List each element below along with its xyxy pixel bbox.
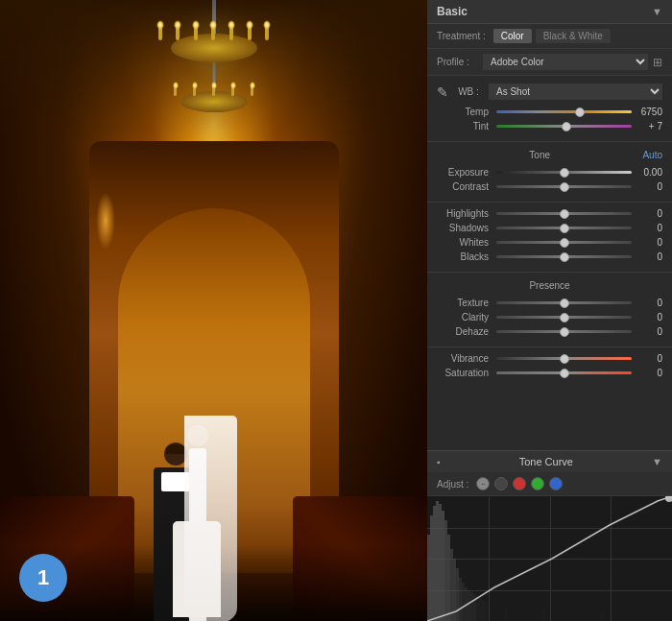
wb-select[interactable]: As Shot Auto Daylight Cloudy Custom: [489, 84, 662, 100]
vibrance-saturation-sliders: Vibrance 0 Saturation 0: [427, 350, 672, 385]
blacks-row: Blacks 0: [437, 251, 662, 262]
svg-rect-24: [658, 613, 660, 621]
tc-channel-buttons: ~: [476, 477, 563, 490]
exposure-row: Exposure 0.00: [437, 167, 662, 178]
svg-rect-22: [542, 609, 545, 621]
contrast-label: Contrast: [437, 181, 496, 192]
svg-rect-11: [459, 578, 462, 621]
panel-collapse-arrow[interactable]: ▼: [652, 6, 662, 17]
profile-select[interactable]: Adobe Color Adobe Landscape Adobe Portra…: [483, 54, 648, 70]
shadows-slider[interactable]: [496, 227, 632, 229]
vibrance-thumb[interactable]: [560, 354, 569, 364]
blacks-slider[interactable]: [496, 255, 632, 258]
divider-1: [427, 141, 672, 142]
photo-panel: 1: [0, 0, 427, 621]
temp-label: Temp: [437, 107, 496, 117]
treatment-label: Treatment :: [437, 31, 486, 41]
texture-value: 0: [632, 298, 662, 308]
vibrance-label: Vibrance: [437, 353, 496, 364]
contrast-thumb[interactable]: [560, 182, 569, 192]
svg-point-25: [665, 496, 672, 502]
temp-thumb[interactable]: [575, 107, 585, 117]
tone-curve-graph: [427, 496, 672, 621]
wb-label: WB :: [454, 86, 483, 97]
svg-rect-0: [427, 535, 430, 621]
exposure-thumb[interactable]: [560, 168, 569, 178]
exposure-slider[interactable]: [496, 171, 632, 174]
tone-curve-title: Tone Curve: [441, 456, 653, 467]
color-treatment-button[interactable]: Color: [493, 29, 532, 43]
dehaze-thumb[interactable]: [560, 327, 569, 337]
texture-label: Texture: [437, 298, 496, 308]
contrast-slider[interactable]: [496, 185, 632, 188]
wb-row: ✎ WB : As Shot Auto Daylight Cloudy Cust…: [427, 80, 672, 104]
whites-slider[interactable]: [496, 241, 632, 244]
saturation-thumb[interactable]: [560, 369, 569, 378]
vibrance-slider[interactable]: [496, 357, 632, 360]
side-light: [96, 192, 115, 250]
divider-3: [427, 272, 672, 273]
dehaze-slider[interactable]: [496, 330, 632, 333]
clarity-row: Clarity 0: [437, 312, 662, 322]
clarity-label: Clarity: [437, 312, 496, 322]
eyedropper-icon[interactable]: ✎: [437, 84, 448, 100]
clarity-value: 0: [632, 312, 662, 322]
tc-curve-btn[interactable]: ~: [476, 477, 490, 490]
svg-rect-3: [436, 501, 439, 621]
tone-curve-section: ▪ Tone Curve ▼ Adjust : ~: [427, 450, 672, 621]
texture-thumb[interactable]: [560, 299, 569, 308]
temp-slider[interactable]: [496, 110, 632, 113]
histogram-svg: [427, 496, 672, 621]
exposure-label: Exposure: [437, 167, 496, 178]
tint-thumb[interactable]: [562, 122, 571, 131]
tone-curve-arrow[interactable]: ▼: [652, 456, 662, 467]
presence-title: Presence: [437, 280, 662, 291]
shadows-thumb[interactable]: [560, 224, 569, 233]
shadows-label: Shadows: [437, 223, 496, 233]
tint-slider[interactable]: [496, 125, 632, 128]
svg-rect-17: [476, 596, 479, 621]
highlights-row: Highlights 0: [437, 208, 662, 219]
profile-grid-icon[interactable]: ⊞: [653, 56, 662, 69]
svg-rect-14: [468, 590, 470, 621]
tc-rgb-btn[interactable]: [494, 477, 508, 490]
shadows-value: 0: [632, 223, 662, 233]
svg-rect-4: [439, 504, 442, 621]
texture-slider[interactable]: [496, 301, 632, 304]
temp-group: Temp 6750 Tint + 7: [427, 104, 672, 138]
svg-rect-7: [447, 535, 450, 621]
highlights-slider[interactable]: [496, 212, 632, 215]
blacks-thumb[interactable]: [560, 252, 569, 262]
saturation-row: Saturation 0: [437, 368, 662, 378]
svg-rect-5: [442, 511, 444, 621]
panel-title: Basic: [437, 5, 468, 18]
badge-number: 1: [19, 554, 67, 602]
tc-red-channel-btn[interactable]: [513, 477, 526, 490]
clarity-slider[interactable]: [496, 316, 632, 319]
controls-panel: Basic ▼ Treatment : Color Black & White …: [427, 0, 672, 621]
blacks-value: 0: [632, 251, 662, 262]
divider-4: [427, 346, 672, 347]
clarity-thumb[interactable]: [560, 313, 569, 322]
auto-button[interactable]: Auto: [642, 150, 662, 160]
temp-row: Temp 6750: [437, 107, 662, 117]
temp-value: 6750: [632, 107, 662, 117]
highlights-thumb[interactable]: [560, 209, 569, 219]
whites-thumb[interactable]: [560, 238, 569, 248]
presence-section-header: Presence: [427, 276, 672, 295]
chandelier2-candles: [166, 86, 262, 96]
svg-rect-2: [433, 506, 436, 621]
saturation-slider[interactable]: [496, 371, 632, 374]
treatment-row: Treatment : Color Black & White: [427, 24, 672, 49]
bw-treatment-button[interactable]: Black & White: [536, 29, 611, 43]
tc-green-channel-btn[interactable]: [531, 477, 544, 490]
svg-rect-20: [485, 602, 488, 621]
shadows-row: Shadows 0: [437, 223, 662, 233]
tc-blue-channel-btn[interactable]: [549, 477, 563, 490]
tone-curve-controls: Adjust : ~: [427, 472, 672, 496]
dehaze-value: 0: [632, 326, 662, 337]
contrast-value: 0: [632, 181, 662, 192]
candle-row: [152, 27, 276, 40]
svg-rect-8: [450, 549, 453, 621]
tc-adjust-label: Adjust :: [437, 479, 468, 490]
